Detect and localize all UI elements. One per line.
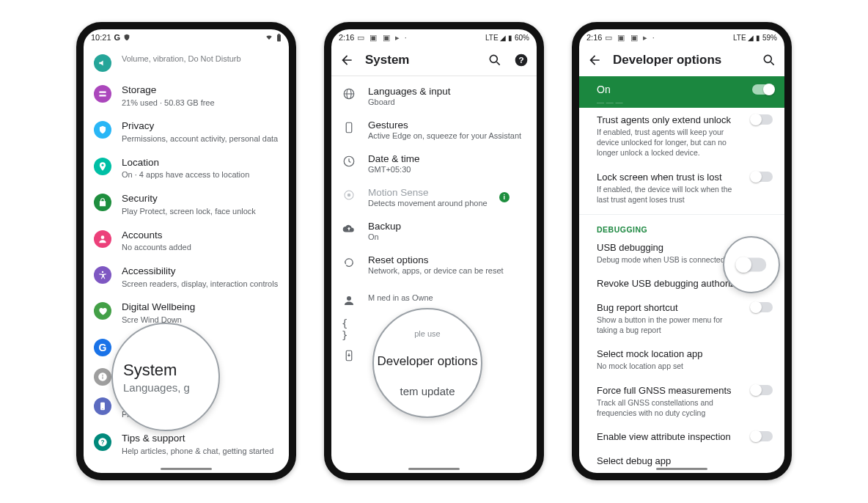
item-sub: Volume, vibration, Do Not Disturb [122,54,279,65]
a11y-icon [94,266,111,284]
item-title: Date & time [368,153,420,164]
help-button[interactable]: ? [513,52,529,68]
status-bar: 2:16 ▭ ▣ ▣ ▸ · LTE ◢ ▮ 60% [331,29,537,44]
system-item-backup[interactable]: BackupOn [331,214,537,248]
security-icon [94,194,111,211]
magnifier-sub: tem update [400,385,455,397]
system-item-motion[interactable]: Motion SenseDetects movement around phon… [331,180,537,214]
update-icon [342,348,356,363]
item-title: Motion Sense [368,187,488,198]
magnifier-usb-switch [723,236,780,293]
dev-item-trust-agents[interactable]: Trust agents only extend unlockIf enable… [579,108,784,165]
magnifier-faded: ple use [414,329,440,338]
svg-rect-1 [278,34,279,34]
item-sub: Show a button in the power menu for taki… [597,315,742,335]
dev-item-view-attr[interactable]: Enable view attribute inspection [579,425,784,449]
item-sub: No accounts added [122,242,279,253]
cutoff-row: — — — [579,98,784,108]
dev-item-debug-app[interactable]: Select debug app [579,449,784,473]
item-sub: If enabled, trust agents will keep your … [597,127,742,158]
item-title: Accessibility [122,265,279,278]
search-button[interactable] [761,52,777,68]
info-icon [94,368,111,386]
back-button[interactable] [339,52,355,68]
item-title: Reset options [368,254,504,265]
toggle-switch[interactable] [751,385,773,395]
settings-item-storage[interactable]: Storage 21% used · 50.83 GB free [84,78,289,114]
on-label: On [597,84,611,95]
usb-debug-switch-zoom[interactable] [737,258,767,272]
system-item-languages[interactable]: Languages & inputGboard [331,79,537,113]
item-sub: Track all GNSS constellations and freque… [597,397,742,418]
settings-item-sound[interactable]: Volume, vibration, Do Not Disturb [84,47,289,78]
item-title: Select debug app [597,455,773,466]
status-shield-icon [123,34,130,41]
settings-item-privacy[interactable]: Privacy Permissions, account activity, p… [84,114,289,150]
item-sub: On · 4 apps have access to location [122,169,279,180]
status-right: LTE ◢ ▮ 60% [485,34,529,42]
info-badge-icon: i [499,192,510,202]
page-title: Developer options [613,53,751,67]
master-switch[interactable] [752,84,774,95]
settings-item-accounts[interactable]: Accounts No accounts added [84,223,289,259]
status-time: 2:16 [339,33,354,42]
item-sub: Help articles, phone & chat, getting sta… [122,446,279,457]
status-time: 2:16 [586,33,602,42]
back-button[interactable] [586,52,603,68]
item-sub: On [368,232,401,241]
item-title: Lock screen when trust is lost [597,172,742,183]
system-item-gestures[interactable]: GesturesActive Edge on, squeeze for your… [331,113,537,147]
developer-header: Developer options [579,44,784,76]
svg-point-5 [101,235,105,239]
search-button[interactable] [487,52,503,68]
item-sub: Network, apps, or device can be reset [368,266,504,275]
settings-item-wellbeing[interactable]: Digital Wellbeing Scre Wind Down [84,295,289,331]
svg-rect-21 [346,122,352,133]
toggle-switch[interactable] [751,114,773,125]
divider [579,214,784,215]
toggle-switch[interactable] [751,431,773,441]
settings-item-security[interactable]: Security Play Protect, screen lock, face… [84,186,289,222]
svg-point-14 [490,55,497,62]
item-title: Accounts [122,229,279,242]
item-sub: Gboard [368,98,451,106]
svg-rect-2 [99,92,106,93]
svg-line-15 [497,62,500,65]
dev-item-lock-trust[interactable]: Lock screen when trust is lostIf enabled… [579,165,784,211]
settings-item-tips[interactable]: ? Tips & support Help articles, phone & … [84,426,289,462]
svg-point-4 [102,164,104,166]
svg-rect-3 [99,95,106,96]
system-item-reset[interactable]: Reset optionsNetwork, apps, or device ca… [331,248,537,282]
system-item-datetime[interactable]: Date & timeGMT+05:30 [331,147,537,180]
globe-icon [342,87,356,101]
item-title: Bug report shortcut [597,302,742,313]
item-title: Trust agents only extend unlock [597,114,742,125]
item-sub: M ned in as Owne [368,293,433,302]
dev-item-mock-location[interactable]: Select mock location appNo mock location… [579,342,784,378]
toggle-switch[interactable] [751,302,773,312]
dev-item-bugreport[interactable]: Bug report shortcutShow a button in the … [579,295,784,342]
privacy-icon [94,121,111,139]
item-sub: GMT+05:30 [368,165,420,174]
settings-item-location[interactable]: Location On · 4 apps have access to loca… [84,150,289,186]
status-google-icon: G [114,33,121,42]
svg-point-6 [102,271,103,273]
item-sub: Active Edge on, squeeze for your Assista… [368,131,521,140]
status-time: 10:21 [91,33,111,42]
svg-text:?: ? [101,439,105,446]
svg-rect-9 [102,376,103,379]
toggle-switch[interactable] [751,172,773,182]
dev-item-gnss[interactable]: Force full GNSS measurementsTrack all GN… [579,378,784,425]
item-sub: Play Protect, screen lock, face unlock [122,206,279,217]
phone-developer: 2:16 ▭ ▣ ▣ ▸ · LTE ◢ ▮ 59% Developer opt… [572,22,792,480]
reset-icon [342,255,356,270]
accounts-icon [94,230,111,248]
wellbeing-icon [94,302,111,320]
help-icon: ? [94,433,111,451]
phone-settings: 10:21 G Volume, vibration, Do Not Distur… [76,22,296,480]
item-title: Storage [122,84,279,97]
item-sub: Screen readers, display, interaction con… [122,279,279,290]
item-sub: No mock location app set [597,361,773,371]
settings-item-accessibility[interactable]: Accessibility Screen readers, display, i… [84,259,289,295]
status-bar: 2:16 ▭ ▣ ▣ ▸ · LTE ◢ ▮ 59% [579,29,784,44]
